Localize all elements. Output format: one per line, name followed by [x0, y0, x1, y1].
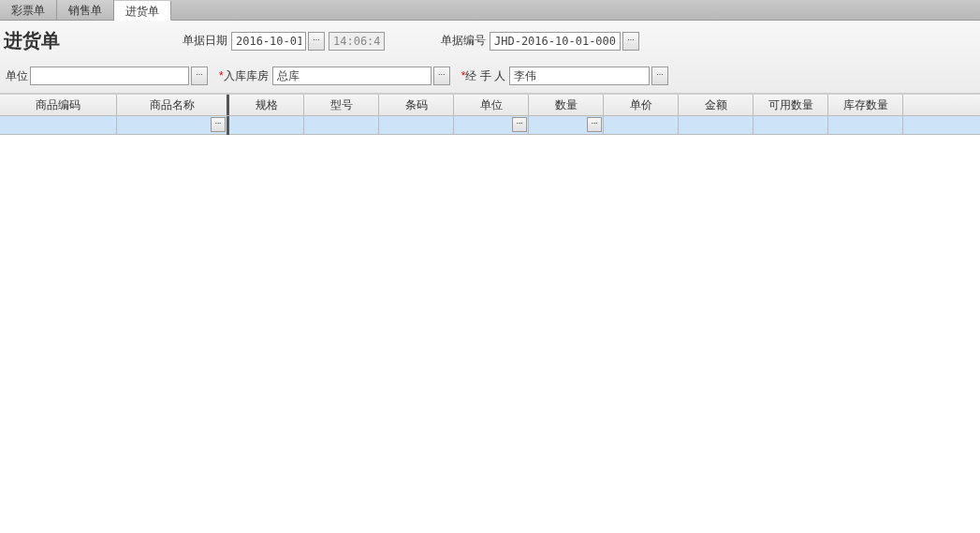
handler-label: *经 手 人	[461, 68, 505, 84]
handler-input[interactable]	[509, 67, 650, 85]
col-unit[interactable]: 单位	[454, 95, 529, 115]
cell-price[interactable]	[604, 116, 679, 135]
cell-qty[interactable]: ···	[529, 116, 604, 135]
cell-avail-qty[interactable]	[753, 116, 828, 135]
cell-stock-qty[interactable]	[828, 116, 903, 135]
tab-caipiao[interactable]: 彩票单	[0, 0, 57, 20]
col-barcode[interactable]: 条码	[379, 95, 454, 115]
col-stock-qty[interactable]: 库存数量	[828, 95, 903, 115]
col-spec[interactable]: 规格	[229, 95, 304, 115]
col-amount[interactable]: 金额	[679, 95, 753, 115]
tab-purchase[interactable]: 进货单	[114, 1, 171, 21]
header-area: 进货单 单据日期 ··· 单据编号 ··· 单位 ··· *入库库房 ··· *…	[0, 21, 980, 94]
col-model[interactable]: 型号	[304, 95, 379, 115]
cell-product-code[interactable]	[0, 116, 117, 135]
cell-product-name[interactable]: ···	[117, 116, 229, 135]
table-row[interactable]: ··· ··· ···	[0, 116, 980, 135]
tab-sales[interactable]: 销售单	[57, 0, 114, 20]
doc-date-input[interactable]	[231, 32, 306, 51]
cell-unit[interactable]: ···	[454, 116, 529, 135]
cell-barcode[interactable]	[379, 116, 454, 135]
doc-no-label: 单据编号	[441, 33, 486, 49]
product-name-lookup-button[interactable]: ···	[211, 117, 226, 132]
col-qty[interactable]: 数量	[529, 95, 604, 115]
col-price[interactable]: 单价	[604, 95, 679, 115]
handler-lookup-button[interactable]: ···	[651, 67, 668, 85]
supplier-label: 单位	[0, 68, 28, 84]
cell-spec[interactable]	[229, 116, 304, 135]
grid-header: 商品编码 商品名称 规格 型号 条码 单位 数量 单价 金额 可用数量 库存数量	[0, 94, 980, 116]
col-product-code[interactable]: 商品编码	[0, 95, 117, 115]
cell-amount[interactable]	[679, 116, 753, 135]
doc-no-lookup-button[interactable]: ···	[622, 32, 639, 51]
tabs-bar: 彩票单 销售单 进货单	[0, 0, 980, 21]
page-title: 进货单	[0, 28, 183, 53]
col-avail-qty[interactable]: 可用数量	[753, 95, 828, 115]
supplier-input[interactable]	[30, 67, 189, 85]
qty-lookup-button[interactable]: ···	[587, 117, 602, 132]
doc-no-input[interactable]	[490, 32, 621, 51]
warehouse-input[interactable]	[272, 67, 431, 85]
warehouse-lookup-button[interactable]: ···	[433, 67, 450, 85]
supplier-lookup-button[interactable]: ···	[191, 67, 208, 85]
col-product-name[interactable]: 商品名称	[117, 95, 229, 115]
warehouse-label: *入库库房	[219, 68, 269, 84]
cell-model[interactable]	[304, 116, 379, 135]
grid-area: 商品编码 商品名称 规格 型号 条码 单位 数量 单价 金额 可用数量 库存数量…	[0, 94, 980, 135]
unit-lookup-button[interactable]: ···	[512, 117, 527, 132]
doc-date-label: 单据日期	[183, 33, 227, 49]
doc-time-input	[329, 32, 385, 51]
doc-date-picker-button[interactable]: ···	[308, 32, 325, 51]
